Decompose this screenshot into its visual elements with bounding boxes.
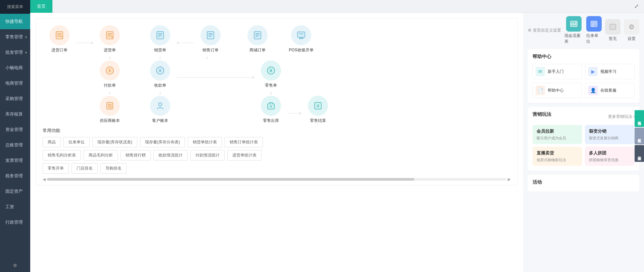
cf-btn-retail-order[interactable]: 零售开单 <box>43 163 69 174</box>
flow-node-shoukuan[interactable]: ¥ 收款单 <box>143 60 177 88</box>
more-marketing-link[interactable]: 更多营销玩法 › <box>608 114 635 120</box>
sidebar-item-ecommerce[interactable]: 电商管理 <box>0 76 30 91</box>
qi-partners[interactable]: 往来单位 <box>586 16 602 44</box>
cf-btn-store-rank[interactable]: 门店排名 <box>72 163 98 174</box>
lingshou-dan-icon: ¥ <box>261 60 281 81</box>
float-btn-service[interactable]: 客服热线 <box>635 110 644 127</box>
helpcenter-icon: 📄 <box>536 86 545 95</box>
scroll-bar-area: ◀ ▶ <box>43 177 511 182</box>
beginner-label: 新手入门 <box>548 69 564 75</box>
help-center-section: 帮助中心 ✉ 新手入门 ▶ 视频学习 📄 帮助中心 👤 <box>528 49 639 103</box>
quick-icons-row: ⚙ 首页自定义设置 现金流量表 <box>528 16 639 44</box>
flow-node-kehu[interactable]: 客户账本 <box>143 96 177 124</box>
float-btn-community[interactable]: 服务社区 <box>635 128 644 144</box>
cf-btn-order-stat[interactable]: 销售订单统计表 <box>225 137 263 147</box>
marketing-group[interactable]: 多人拼团 拼团购物享受优惠 <box>585 147 635 166</box>
qi-cashflow[interactable]: 现金流量表 <box>564 16 583 44</box>
gear-icon: ⚙ <box>13 263 17 268</box>
settings-icon-box: ⚙ <box>624 19 639 35</box>
sidebar-item-finance[interactable]: 资金管理 <box>0 122 30 137</box>
cf-row-2: 销售毛利分析表 商品毛利分析 销售排行榜 收款情况统计 付款情况统计 进货单统计… <box>43 150 511 161</box>
sidebar-item-label: 零售管理 <box>5 34 23 40</box>
float-buttons: 客服热线 服务社区 桌面快捷 <box>635 110 644 162</box>
pos-icon <box>291 25 311 45</box>
beginner-icon: ✉ <box>536 67 545 76</box>
cf-title: 常用功能 <box>43 128 511 134</box>
fukuan-icon: ¥ <box>100 60 120 81</box>
home-customize-link[interactable]: ⚙ 首页自定义设置 <box>528 28 561 33</box>
shangcheng-icon <box>247 25 268 45</box>
float-btn-desktop[interactable]: 桌面快捷 <box>635 145 644 162</box>
help-item-service[interactable]: 👤 在线客服 <box>585 83 635 98</box>
flow-node-fukuan[interactable]: ¥ 付款单 <box>93 60 127 88</box>
scroll-left-arrow[interactable]: ◀ <box>43 177 46 182</box>
cf-btn-guide-rank[interactable]: 导购排名 <box>100 163 127 174</box>
lingshou-jiesuan-icon: ¥ <box>308 96 328 116</box>
cf-btn-gross-analysis[interactable]: 销售毛利分析表 <box>43 150 81 161</box>
cf-btn-receipt-stat[interactable]: 收款情况统计 <box>153 150 188 161</box>
flow-node-lingshou-jiesuan[interactable]: ¥ 零售结算 <box>301 96 335 124</box>
cf-row-1: 商品 往来单位 现存量(库存状况表) 现存量(库存分布表) 销货单统计表 销售订… <box>43 137 511 147</box>
cf-btn-goods[interactable]: 商品 <box>43 137 61 147</box>
right-panel: ⚙ 首页自定义设置 现金流量表 <box>523 13 644 272</box>
lingshou-chuku-icon <box>261 96 281 116</box>
fullscreen-button[interactable]: ⤢ <box>634 3 639 9</box>
sidebar-item-admin[interactable]: 行政管理 <box>0 215 30 230</box>
video-label: 视频学习 <box>600 69 616 75</box>
marketing-member[interactable]: 会员拉新 吸引用户成为会员 <box>533 125 582 144</box>
sidebar-item-wholesale[interactable]: 批发管理 ▾ <box>0 45 30 60</box>
help-item-helpcenter[interactable]: 📄 帮助中心 <box>533 83 582 98</box>
marketing-section: 营销玩法 更多营销玩法 › 会员拉新 吸引用户成为会员 裂变分销 裂变式发展分销… <box>528 107 639 171</box>
sidebar-item-tax[interactable]: 税务管理 <box>0 168 30 184</box>
cf-btn-stock-dist[interactable]: 现存量(库存分布表) <box>140 137 185 147</box>
sidebar-item-ledger[interactable]: 总账管理 <box>0 137 30 153</box>
partners-label: 往来单位 <box>586 33 602 44</box>
scroll-track[interactable] <box>47 178 506 181</box>
sidebar-item-purchase[interactable]: 采购管理 <box>0 91 30 106</box>
flow-node-pos[interactable]: POS收银开单 <box>284 25 318 53</box>
flow-node-lingshou-chuku[interactable]: 零售出库 <box>254 96 288 124</box>
flow-node-xiaohuo[interactable]: 销货单 <box>143 25 177 53</box>
sidebar-item-retail[interactable]: 零售管理 ▾ <box>0 29 30 45</box>
svg-rect-4 <box>106 32 113 39</box>
sidebar-item-inventory[interactable]: 库存核算 <box>0 106 30 122</box>
scroll-right-arrow[interactable]: ▶ <box>508 177 511 182</box>
flow-node-jinhuo-order[interactable]: 进货订单 <box>43 25 76 53</box>
svg-text:¥: ¥ <box>269 68 272 73</box>
help-item-beginner[interactable]: ✉ 新手入门 <box>533 64 582 79</box>
lingshou-chuku-label: 零售出库 <box>263 118 279 124</box>
sidebar-item-label: 发票管理 <box>5 157 23 164</box>
cf-btn-partners[interactable]: 往来单位 <box>63 137 90 147</box>
flow-node-lingshou-dan[interactable]: ¥ 零售单 <box>254 60 288 88</box>
cf-btn-sales-rank[interactable]: 销售排行榜 <box>121 150 151 161</box>
sidebar-item-ecommerce-small[interactable]: 小畅电商 <box>0 60 30 76</box>
help-grid: ✉ 新手入门 ▶ 视频学习 📄 帮助中心 👤 在线客服 <box>533 64 635 98</box>
fukuan-label: 付款单 <box>104 83 116 88</box>
cf-btn-payment-stat[interactable]: 付款情况统计 <box>190 150 225 161</box>
flow-node-jinhuo-dan[interactable]: 进货单 <box>93 25 127 53</box>
sidebar-item-salary[interactable]: 工资 <box>0 199 30 215</box>
marketing-fission[interactable]: 裂变分销 裂变式发展分销商 <box>585 125 635 144</box>
search-menu[interactable]: 搜索菜单 <box>0 0 30 14</box>
sidebar-item-assets[interactable]: 固定资产 <box>0 184 30 199</box>
service-icon: 👤 <box>588 86 598 95</box>
activity-section: 活动 <box>528 175 639 191</box>
flow-node-shangcheng[interactable]: 商城订单 <box>241 25 274 53</box>
qi-settings[interactable]: ⚙ 设置 <box>624 19 639 42</box>
cf-btn-sales-stat[interactable]: 销货单统计表 <box>188 137 222 147</box>
cf-btn-purchase-stat[interactable]: 进货单统计表 <box>227 150 262 161</box>
main-area: 首页 ⤢ <box>30 0 644 272</box>
settings-icon-btn[interactable]: ⚙ <box>0 259 30 272</box>
tab-home[interactable]: 首页 <box>30 0 53 13</box>
marketing-live[interactable]: 直播卖货 场景式购物新玩法 <box>533 147 582 166</box>
kehu-icon <box>150 96 170 116</box>
sidebar-item-invoice[interactable]: 发票管理 <box>0 153 30 168</box>
cf-btn-stock-status[interactable]: 现存量(库存状况表) <box>92 137 137 147</box>
help-item-video[interactable]: ▶ 视频学习 <box>585 64 635 79</box>
cf-btn-goods-margin[interactable]: 商品毛利分析 <box>84 150 118 161</box>
flow-node-xiaoshou-order[interactable]: 销售订单 <box>194 25 227 53</box>
none-icon-box <box>605 19 620 35</box>
qi-none[interactable]: 暂无 <box>605 19 620 42</box>
sidebar-item-quick-nav[interactable]: 快捷导航 <box>0 14 30 29</box>
flow-node-gongyingshang[interactable]: 供应商账本 <box>93 96 127 124</box>
